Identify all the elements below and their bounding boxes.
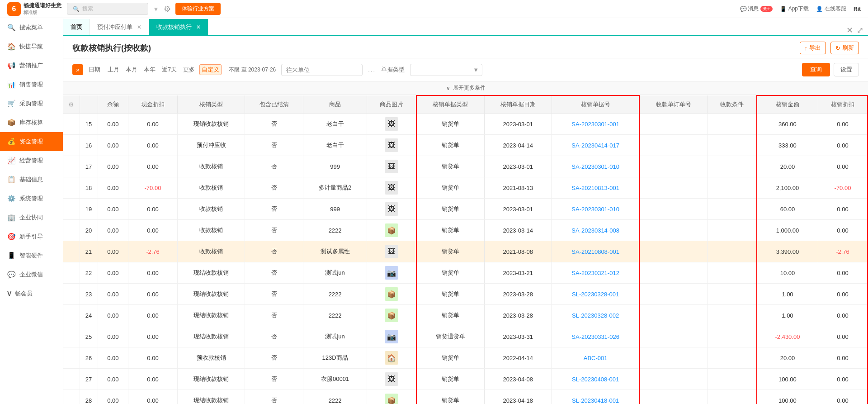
refresh-btn[interactable]: ↻ 刷新 xyxy=(830,42,859,54)
filter-bar: » 日期 上月 本月 本年 近7天 更多 自定义 不限 至 2023-07-26… xyxy=(63,58,868,81)
user-avatar[interactable]: Rit xyxy=(854,6,861,12)
table-row: 190.000.00收款核销否999🖼销货单2023-03-01SA-20230… xyxy=(63,199,868,220)
sidebar-item-guide[interactable]: 🎯 新手引导 xyxy=(0,227,63,246)
th-gear[interactable]: ⚙ xyxy=(63,95,80,114)
cancel-no-link[interactable]: SL-20230418-001 xyxy=(572,397,619,404)
date-opt-last-month[interactable]: 上月 xyxy=(106,65,121,75)
chevron-down-icon: ∨ xyxy=(446,85,450,91)
cancel-no-link[interactable]: SA-20210813-001 xyxy=(571,185,619,191)
table-row: 200.000.00收款核销否2222📦销货单2023-03-14SA-2023… xyxy=(63,220,868,241)
th-cancel-date: 核销单据日期 xyxy=(484,95,552,114)
cancel-no-link[interactable]: SA-20230331-026 xyxy=(571,333,619,340)
tab-receipt-close[interactable]: ✕ xyxy=(196,24,201,30)
app-download-btn[interactable]: 📱 App下载 xyxy=(780,5,809,13)
tab-home[interactable]: 首页 xyxy=(63,19,90,35)
sidebar-item-system[interactable]: ⚙️ 系统管理 xyxy=(0,189,63,208)
table-row: 230.000.00现结收款核销否2222📦销货单2023-03-28SL-20… xyxy=(63,284,868,305)
cancel-no-link[interactable]: SA-20230414-017 xyxy=(571,142,619,149)
setting-btn[interactable]: 设置 xyxy=(834,63,859,76)
app-version: 标准版 xyxy=(24,10,61,16)
basic-icon: 📋 xyxy=(7,176,16,184)
sidebar-item-vip[interactable]: V 畅会员 xyxy=(0,284,63,303)
cancel-no-link[interactable]: SL-20230408-001 xyxy=(572,376,619,383)
cancel-no-link[interactable]: SA-20230321-012 xyxy=(571,270,619,276)
table-container: ⚙ 余额 现金折扣 核销类型 包含已结清 商品 商品图片 核销单据类型 核销单据… xyxy=(63,95,868,404)
wechat-icon: 💬 xyxy=(7,271,16,279)
sidebar-item-hardware[interactable]: 📱 智能硬件 xyxy=(0,246,63,265)
sidebar-item-enterprise[interactable]: 🏢 企业协同 xyxy=(0,208,63,227)
vip-icon: V xyxy=(7,290,11,297)
export-btn[interactable]: ↑ 导出 xyxy=(800,42,826,54)
inventory-icon: 📦 xyxy=(7,119,16,127)
top-search-box[interactable]: 🔍 搜索 xyxy=(67,3,148,15)
expand-more-bar[interactable]: ∨ 展开更多条件 xyxy=(63,81,868,95)
expand-filter-btn[interactable]: » xyxy=(72,64,83,75)
cancel-no-link[interactable]: SL-20230328-001 xyxy=(572,291,619,298)
dropdown-icon[interactable]: ▼ xyxy=(153,5,159,13)
sidebar-item-search[interactable]: 🔍 搜索菜单 xyxy=(0,18,63,37)
date-opt-this-year[interactable]: 本年 xyxy=(142,65,157,75)
sidebar-item-wechat[interactable]: 💬 企业微信 xyxy=(0,265,63,284)
cancel-no-link[interactable]: SA-20210808-001 xyxy=(571,248,619,255)
trading-unit-input[interactable] xyxy=(281,64,363,76)
voucher-type-select-wrapper: ▼ xyxy=(410,64,482,76)
th-cancel-voucher-type: 核销单据类型 xyxy=(416,95,484,114)
cancel-no-link[interactable]: SA-20230301-001 xyxy=(571,121,619,128)
cancel-no-link[interactable]: SA-20230314-008 xyxy=(571,227,619,234)
voucher-type-label: 单据类型 xyxy=(381,66,405,74)
date-label: 日期 xyxy=(89,66,100,74)
home-icon: 🏠 xyxy=(7,43,16,51)
date-opt-this-month[interactable]: 本月 xyxy=(124,65,139,75)
cancel-no-link[interactable]: SA-20230301-010 xyxy=(571,163,619,170)
tab-prepay[interactable]: 预付冲应付单 ✕ xyxy=(90,19,149,35)
tab-close-all-icon[interactable]: ✕ xyxy=(846,25,853,35)
logo-icon: 6 xyxy=(7,2,21,16)
sidebar-item-shortcut[interactable]: 🏠 快捷导航 xyxy=(0,37,63,56)
date-options: 上月 本月 本年 近7天 更多 自定义 xyxy=(106,64,222,75)
data-table: ⚙ 余额 现金折扣 核销类型 包含已结清 商品 商品图片 核销单据类型 核销单据… xyxy=(63,95,868,404)
tab-bar-right: ✕ ⤢ xyxy=(846,25,868,35)
top-bar-right: 💬 消息 99+ 📱 App下载 👤 在线客服 Rit xyxy=(740,5,861,13)
sidebar-item-inventory[interactable]: 📦 库存核算 xyxy=(0,113,63,132)
marketing-icon: 📢 xyxy=(7,62,16,70)
industry-solution-btn[interactable]: 体验行业方案 xyxy=(175,3,221,15)
sidebar-item-finance[interactable]: 💰 资金管理 xyxy=(0,132,63,151)
sidebar-item-sales[interactable]: 📊 销售管理 xyxy=(0,75,63,94)
sidebar-item-basic[interactable]: 📋 基础信息 xyxy=(0,170,63,189)
th-cash-discount: 现金折扣 xyxy=(128,95,178,114)
top-bar-center: 🔍 搜索 ▼ ⚙ 体验行业方案 xyxy=(67,3,735,15)
date-opt-7days[interactable]: 近7天 xyxy=(160,65,179,75)
sidebar-item-marketing[interactable]: 📢 营销推广 xyxy=(0,56,63,75)
tab-expand-icon[interactable]: ⤢ xyxy=(857,25,863,35)
search-placeholder: 搜索 xyxy=(82,5,93,13)
sidebar-item-operation[interactable]: 📈 经营管理 xyxy=(0,151,63,170)
voucher-type-select[interactable] xyxy=(410,64,482,76)
table-row: 280.000.00现结收款核销否2222📦销货单2023-04-18SL-20… xyxy=(63,390,868,404)
date-opt-custom[interactable]: 自定义 xyxy=(199,64,222,75)
system-icon: ⚙️ xyxy=(7,195,16,203)
online-service-btn[interactable]: 👤 在线客服 xyxy=(816,5,846,13)
cancel-no-link[interactable]: SA-20230301-010 xyxy=(571,206,619,213)
date-opt-more[interactable]: 更多 xyxy=(181,65,197,75)
th-balance: 余额 xyxy=(98,95,128,114)
tab-prepay-close[interactable]: ✕ xyxy=(137,24,142,30)
sidebar-item-purchase[interactable]: 🛒 采购管理 xyxy=(0,94,63,113)
tab-receipt[interactable]: 收款核销执行 ✕ xyxy=(149,19,208,35)
gear-icon[interactable]: ⚙ xyxy=(68,101,74,108)
cancel-no-link[interactable]: SL-20230328-002 xyxy=(572,312,619,319)
search-icon: 🔍 xyxy=(7,24,16,32)
cancel-no-link[interactable]: ABC-001 xyxy=(584,355,608,361)
th-product-img: 商品图片 xyxy=(367,95,416,114)
finance-icon: 💰 xyxy=(7,138,16,146)
date-range-display: 不限 至 2023-07-26 xyxy=(227,66,276,74)
th-cancel-amount: 核销金额 xyxy=(757,95,818,114)
app-name: 畅捷通谱好生意 xyxy=(24,2,61,10)
messages-badge: 99+ xyxy=(760,6,773,12)
settings-icon[interactable]: ⚙ xyxy=(164,4,171,14)
main-layout: 🔍 搜索菜单 🏠 快捷导航 📢 营销推广 📊 销售管理 🛒 采购管理 📦 库存核… xyxy=(0,18,868,404)
messages-btn[interactable]: 💬 消息 99+ xyxy=(740,5,773,13)
export-icon: ↑ xyxy=(805,45,808,52)
hardware-icon: 📱 xyxy=(7,252,16,260)
app-logo: 6 畅捷通谱好生意 标准版 xyxy=(7,2,61,16)
query-btn[interactable]: 查询 xyxy=(802,63,830,76)
